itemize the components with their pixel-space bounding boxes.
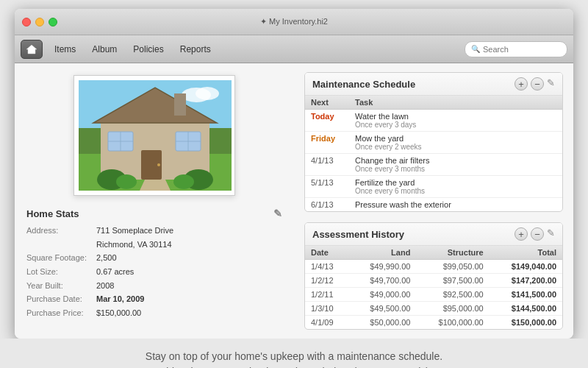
- assessment-add-button[interactable]: +: [514, 227, 528, 241]
- assess-total: $147,200.00: [490, 274, 562, 288]
- col-total: Total: [490, 246, 562, 260]
- assess-date: 4/1/09: [305, 316, 349, 330]
- nav-policies-button[interactable]: Policies: [126, 40, 171, 59]
- house-image: [79, 80, 232, 191]
- maint-next: 4/1/13: [305, 154, 349, 176]
- assess-date: 1/2/11: [305, 288, 349, 302]
- assess-structure: $95,000.00: [416, 302, 489, 316]
- assessment-table: Date Land Structure Total 1/4/13 $49,990…: [305, 246, 562, 329]
- assess-date: 1/4/13: [305, 260, 349, 274]
- assess-structure: $100,000.00: [416, 316, 489, 330]
- maint-task: Water the lawn Once every 3 days: [349, 110, 562, 132]
- bottom-caption: Stay on top of your home's upkeep with a…: [0, 339, 588, 368]
- main-window: ✦ My Inventory.hi2 Items Album Policies …: [15, 9, 573, 339]
- assess-land: $49,500.00: [349, 302, 416, 316]
- table-row: 4/1/09 $50,000.00 $100,000.00 $150,000.0…: [305, 316, 562, 330]
- right-panel: Maintenance Schedule + − ✎ Next Task: [294, 63, 573, 339]
- maint-next: Friday: [305, 132, 349, 154]
- assess-total: $144,500.00: [490, 302, 562, 316]
- maintenance-title: Maintenance Schedule: [312, 79, 514, 90]
- minimize-button[interactable]: [35, 18, 44, 26]
- maint-next: 5/1/13: [305, 176, 349, 198]
- col-structure: Structure: [416, 246, 489, 260]
- maintenance-table: Next Task Today Water the lawn Once ever…: [305, 96, 562, 211]
- assess-structure: $97,500.00: [416, 274, 489, 288]
- search-box: 🔍: [465, 41, 567, 57]
- search-input[interactable]: [483, 45, 561, 54]
- table-row: 1/2/11 $49,000.00 $92,500.00 $141,500.00: [305, 288, 562, 302]
- home-stats: Home Stats ✎ Address: 711 Someplace Driv…: [26, 208, 282, 320]
- search-icon: 🔍: [471, 45, 480, 53]
- svg-point-21: [173, 174, 194, 189]
- nav-reports-button[interactable]: Reports: [173, 40, 218, 59]
- maint-task: Mow the yard Once every 2 weeks: [349, 132, 562, 154]
- stats-year: Year Built: 2008: [26, 279, 282, 293]
- assess-date: 1/3/10: [305, 302, 349, 316]
- maintenance-add-button[interactable]: +: [514, 77, 528, 91]
- assessment-card: Assessment History + − ✎ Date Land Struc…: [304, 222, 563, 330]
- nav-items-button[interactable]: Items: [47, 40, 83, 59]
- maint-next: 6/1/13: [305, 198, 349, 212]
- assess-land: $49,000.00: [349, 288, 416, 302]
- assess-land: $49,700.00: [349, 274, 416, 288]
- stats-lot: Lot Size: 0.67 acres: [26, 265, 282, 279]
- table-row: 1/4/13 $49,990.00 $99,050.00 $149,040.00: [305, 260, 562, 274]
- table-row: Today Water the lawn Once every 3 days: [305, 110, 562, 132]
- col-task: Task: [349, 96, 562, 110]
- assess-total: $150,000.00: [490, 316, 562, 330]
- table-row: 6/1/13 Pressure wash the exterior: [305, 198, 562, 212]
- maint-next: Today: [305, 110, 349, 132]
- traffic-lights: [15, 18, 57, 26]
- assess-structure: $99,050.00: [416, 260, 489, 274]
- svg-marker-22: [140, 180, 171, 191]
- table-row: 4/1/13 Change the air filters Once every…: [305, 154, 562, 176]
- col-next: Next: [305, 96, 349, 110]
- assess-date: 1/2/12: [305, 274, 349, 288]
- table-row: Friday Mow the yard Once every 2 weeks: [305, 132, 562, 154]
- nav-album-button[interactable]: Album: [85, 40, 124, 59]
- home-stats-header: Home Stats ✎: [26, 208, 282, 219]
- assessment-actions: + − ✎: [514, 227, 555, 241]
- svg-marker-0: [26, 45, 37, 54]
- assessment-edit-button[interactable]: ✎: [547, 227, 555, 241]
- maintenance-header: Maintenance Schedule + − ✎: [305, 73, 562, 96]
- toolbar: Items Album Policies Reports 🔍: [15, 35, 573, 63]
- assessment-title: Assessment History: [312, 229, 514, 240]
- maint-task: Pressure wash the exterior: [349, 198, 562, 212]
- stats-purchase-date: Purchase Date: Mar 10, 2009: [26, 292, 282, 306]
- maintenance-remove-button[interactable]: −: [531, 77, 544, 91]
- titlebar: ✦ My Inventory.hi2: [15, 9, 573, 35]
- svg-point-11: [157, 163, 160, 166]
- stats-sqft: Square Footage: 2,500: [26, 251, 282, 265]
- assess-land: $50,000.00: [349, 316, 416, 330]
- table-row: 5/1/13 Fertilize the yard Once every 6 m…: [305, 176, 562, 198]
- maint-task: Fertilize the yard Once every 6 months: [349, 176, 562, 198]
- caption-line1: Stay on top of your home's upkeep with a…: [15, 349, 573, 364]
- assess-structure: $92,500.00: [416, 288, 489, 302]
- maintenance-card: Maintenance Schedule + − ✎ Next Task: [304, 72, 563, 212]
- maximize-button[interactable]: [49, 18, 57, 26]
- home-stats-edit-icon[interactable]: ✎: [273, 208, 282, 219]
- assessment-header: Assessment History + − ✎: [305, 223, 562, 246]
- home-button[interactable]: [21, 40, 43, 59]
- stats-purchase-price: Purchase Price: $150,000.00: [26, 306, 282, 320]
- table-row: 1/2/12 $49,700.00 $97,500.00 $147,200.00: [305, 274, 562, 288]
- col-date: Date: [305, 246, 349, 260]
- close-button[interactable]: [22, 18, 31, 26]
- assess-land: $49,990.00: [349, 260, 416, 274]
- assess-total: $149,040.00: [490, 260, 562, 274]
- photo-frame: [74, 75, 235, 196]
- maintenance-actions: + − ✎: [514, 77, 555, 91]
- caption-line2: Add tasks to your calendar and Reminders…: [15, 364, 573, 368]
- content-area: Home Stats ✎ Address: 711 Someplace Driv…: [15, 63, 573, 339]
- window-title: ✦ My Inventory.hi2: [260, 17, 328, 26]
- assess-total: $141,500.00: [490, 288, 562, 302]
- stats-address: Address: 711 Someplace DriveRichmond, VA…: [26, 224, 282, 251]
- svg-point-3: [196, 87, 219, 100]
- maintenance-edit-button[interactable]: ✎: [547, 77, 555, 91]
- table-row: 1/3/10 $49,500.00 $95,000.00 $144,500.00: [305, 302, 562, 316]
- svg-point-20: [116, 174, 137, 189]
- col-land: Land: [349, 246, 416, 260]
- assessment-remove-button[interactable]: −: [531, 227, 544, 241]
- svg-rect-9: [174, 93, 186, 116]
